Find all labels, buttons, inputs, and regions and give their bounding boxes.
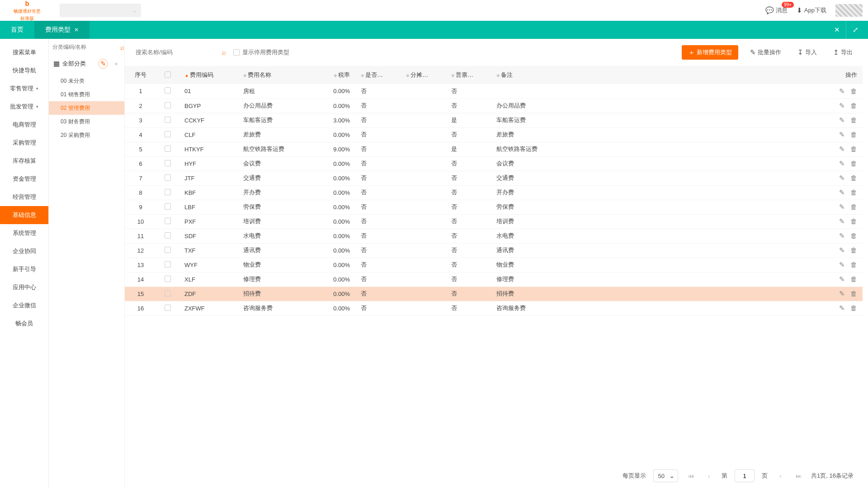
collapse-panel-button[interactable]: « [113, 61, 120, 67]
table-row[interactable]: 15ZDF招待费0.00%否否招待费✎🗑 [125, 286, 863, 301]
table-row[interactable]: 2BGYP办公用品费0.00%否否办公用品费✎🗑 [125, 99, 863, 113]
cell-check[interactable] [156, 84, 179, 99]
edit-row-button[interactable]: ✎ [839, 232, 845, 240]
edit-row-button[interactable]: ✎ [839, 131, 845, 139]
app-download-button[interactable]: ⬇ App下载 [797, 6, 826, 14]
col-seq[interactable]: 序号 [125, 66, 156, 84]
table-row[interactable]: 6HYF会议费0.00%否否会议费✎🗑 [125, 156, 863, 171]
table-row[interactable]: 8KBF开办费0.00%否否开办费✎🗑 [125, 185, 863, 200]
table-row[interactable]: 13WYF物业费0.00%否否物业费✎🗑 [125, 258, 863, 272]
table-row[interactable]: 14XLF修理费0.00%否否修理费✎🗑 [125, 272, 863, 286]
page-last-button[interactable]: ⏭ [793, 473, 804, 479]
cell-check[interactable] [156, 185, 179, 200]
delete-row-button[interactable]: 🗑 [850, 145, 857, 153]
table-row[interactable]: 101房租0.00%否否✎🗑 [125, 84, 863, 99]
delete-row-button[interactable]: 🗑 [850, 116, 857, 124]
col-voucher[interactable]: ◆普票… [446, 66, 491, 84]
page-first-button[interactable]: ⏮ [685, 473, 696, 479]
show-disabled-checkbox[interactable]: 显示停用费用类型 [233, 48, 289, 56]
bulk-action-button[interactable]: ✎ 批量操作 [745, 45, 786, 60]
table-row[interactable]: 10PXF培训费0.00%否否培训费✎🗑 [125, 214, 863, 229]
table-row[interactable]: 12TXF通讯费0.00%否否通讯费✎🗑 [125, 243, 863, 258]
expand-button[interactable]: ⤢ [846, 21, 864, 39]
edit-row-button[interactable]: ✎ [839, 261, 845, 269]
cell-check[interactable] [156, 156, 179, 171]
sidebar-item[interactable]: 企业协同 [0, 242, 48, 260]
delete-row-button[interactable]: 🗑 [850, 102, 857, 110]
col-rate[interactable]: ◆税率 [315, 66, 355, 84]
col-code[interactable]: ▲费用编码 [179, 66, 238, 84]
delete-row-button[interactable]: 🗑 [850, 131, 857, 139]
category-item[interactable]: 03 财务费用 [49, 115, 124, 128]
sidebar-item[interactable]: 快捷导航 [0, 61, 48, 80]
col-remark[interactable]: ◆备注 [491, 66, 813, 84]
tab-fee-type[interactable]: 费用类型 ✕ [34, 21, 90, 39]
sidebar-item[interactable]: 企业微信 [0, 296, 48, 314]
edit-row-button[interactable]: ✎ [839, 203, 845, 211]
search-input[interactable] [136, 46, 222, 58]
delete-row-button[interactable]: 🗑 [850, 304, 857, 312]
cell-check[interactable] [156, 286, 179, 301]
col-select-all[interactable] [156, 66, 179, 84]
delete-row-button[interactable]: 🗑 [850, 87, 857, 95]
col-isx[interactable]: ◆是否… [355, 66, 401, 84]
col-share[interactable]: ◆分摊… [401, 66, 446, 84]
delete-row-button[interactable]: 🗑 [850, 174, 857, 182]
edit-row-button[interactable]: ✎ [839, 174, 845, 182]
edit-category-button[interactable]: ✎ [98, 59, 108, 69]
sidebar-item[interactable]: 应用中心 [0, 278, 48, 296]
edit-row-button[interactable]: ✎ [839, 290, 845, 298]
table-row[interactable]: 5HTKYF航空铁路客运费9.00%否是航空铁路客运费✎🗑 [125, 142, 863, 156]
page-next-button[interactable]: › [775, 473, 786, 479]
sidebar-item[interactable]: 资金管理 [0, 170, 48, 188]
edit-row-button[interactable]: ✎ [839, 102, 845, 110]
delete-row-button[interactable]: 🗑 [850, 275, 857, 283]
sidebar-item[interactable]: 新手引导 [0, 260, 48, 278]
cell-check[interactable] [156, 127, 179, 142]
delete-row-button[interactable]: 🗑 [850, 246, 857, 254]
edit-row-button[interactable]: ✎ [839, 275, 845, 283]
sidebar-item[interactable]: 电商管理 [0, 116, 48, 134]
add-fee-type-button[interactable]: ＋ 新增费用类型 [682, 45, 738, 60]
category-root[interactable]: ▦ 全部分类 ✎ « [49, 55, 124, 72]
edit-row-button[interactable]: ✎ [839, 116, 845, 124]
cell-check[interactable] [156, 142, 179, 156]
cell-check[interactable] [156, 258, 179, 272]
edit-row-button[interactable]: ✎ [839, 87, 845, 95]
table-row[interactable]: 16ZXFWF咨询服务费0.00%否否咨询服务费✎🗑 [125, 301, 863, 315]
cell-check[interactable] [156, 301, 179, 315]
edit-row-button[interactable]: ✎ [839, 160, 845, 168]
search-icon[interactable]: ⌕ [222, 48, 226, 56]
table-row[interactable]: 7JTF交通费0.00%否否交通费✎🗑 [125, 171, 863, 185]
import-button[interactable]: ↧ 导入 [793, 45, 821, 60]
page-input[interactable] [735, 469, 755, 482]
delete-row-button[interactable]: 🗑 [850, 203, 857, 211]
sidebar-item[interactable]: 库存核算 [0, 152, 48, 170]
delete-row-button[interactable]: 🗑 [850, 261, 857, 269]
messages-button[interactable]: 💬 消息 99+ [765, 6, 788, 14]
cell-check[interactable] [156, 99, 179, 113]
cell-check[interactable] [156, 214, 179, 229]
edit-row-button[interactable]: ✎ [839, 304, 845, 312]
edit-row-button[interactable]: ✎ [839, 217, 845, 225]
edit-row-button[interactable]: ✎ [839, 145, 845, 153]
category-item[interactable]: 02 管理费用 [49, 101, 124, 115]
edit-row-button[interactable]: ✎ [839, 188, 845, 197]
cell-check[interactable] [156, 200, 179, 214]
delete-row-button[interactable]: 🗑 [850, 188, 857, 197]
table-row[interactable]: 11SDF水电费0.00%否否水电费✎🗑 [125, 229, 863, 243]
avatar[interactable] [835, 4, 863, 17]
sidebar-item[interactable]: 零售管理▾ [0, 80, 48, 98]
sidebar-item[interactable]: 系统管理 [0, 224, 48, 242]
sidebar-item[interactable]: 经营管理 [0, 188, 48, 206]
category-item[interactable]: 00 未分类 [49, 74, 124, 88]
table-row[interactable]: 4CLF差旅费0.00%否否差旅费✎🗑 [125, 127, 863, 142]
table-row[interactable]: 9LBF劳保费0.00%否否劳保费✎🗑 [125, 200, 863, 214]
tab-home[interactable]: 首页 [0, 21, 34, 39]
delete-row-button[interactable]: 🗑 [850, 232, 857, 240]
cell-check[interactable] [156, 171, 179, 185]
cell-check[interactable] [156, 229, 179, 243]
cell-check[interactable] [156, 113, 179, 127]
export-button[interactable]: ↥ 导出 [829, 45, 857, 60]
per-page-select[interactable]: 50 ⌄ [653, 469, 678, 482]
